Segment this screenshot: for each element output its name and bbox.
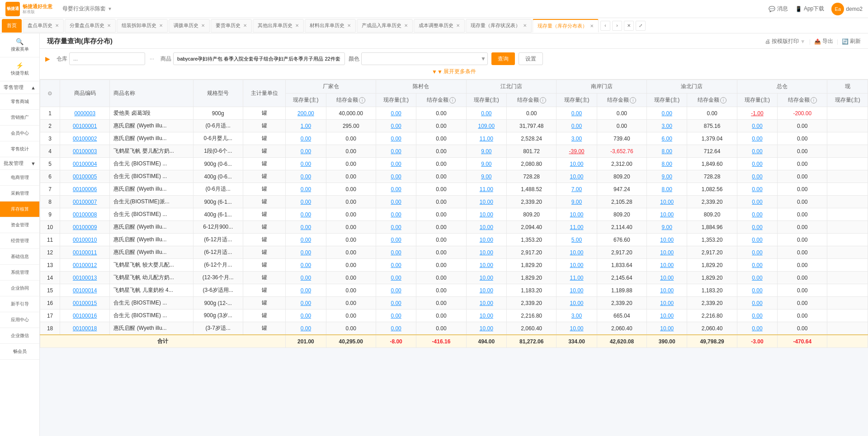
tab-close-icon[interactable]: ✕	[55, 23, 59, 28]
nananc-qty-link[interactable]: 10.00	[570, 211, 584, 218]
chenjian-qty-link[interactable]: 0.00	[391, 148, 401, 155]
code-link[interactable]: 00100011	[73, 249, 97, 256]
jiangbei-qty-link[interactable]: 10.00	[480, 211, 493, 218]
zong-qty-link[interactable]: 0.00	[752, 313, 762, 319]
nananc-qty-link[interactable]: 11.00	[570, 275, 584, 281]
code-link[interactable]: 00100008	[73, 211, 97, 218]
zong-qty-link[interactable]: 0.00	[752, 136, 762, 142]
yubei-qty-link[interactable]: 10.00	[660, 211, 674, 218]
factory-qty-link[interactable]: 0.00	[301, 287, 311, 294]
jiangbei-qty-link[interactable]: 0.00	[481, 110, 491, 117]
sidebar-item-ecommerce[interactable]: 电商管理	[0, 170, 39, 186]
zong-qty-link[interactable]: 0.00	[752, 275, 762, 281]
zong-qty-link[interactable]: 0.00	[752, 173, 762, 180]
tab-transfer[interactable]: 调拨单历史 ✕	[169, 19, 210, 33]
jiangbei-qty-link[interactable]: 10.00	[480, 224, 493, 230]
sidebar-item-basic-info[interactable]: 基础信息	[0, 249, 39, 265]
nananc-qty-link[interactable]: 11.00	[570, 224, 584, 230]
factory-qty-link[interactable]: 0.00	[301, 325, 311, 332]
expand-btn[interactable]: ▼▼ 展开更多条件	[432, 68, 476, 75]
factory-qty-link[interactable]: 0.00	[301, 249, 311, 256]
yubei-qty-link[interactable]: 10.00	[660, 237, 674, 243]
factory-qty-link[interactable]: 200.00	[297, 110, 314, 117]
sidebar-item-business[interactable]: 经营管理	[0, 233, 39, 249]
chenjian-qty-link[interactable]: 0.00	[391, 300, 401, 306]
org-selector[interactable]: 母婴行业演示陈套	[62, 5, 106, 13]
sidebar-item-enterprise[interactable]: 企业协同	[0, 281, 39, 296]
chenjian-qty-link[interactable]: 0.00	[391, 313, 401, 319]
color-dropdown-icon[interactable]: ▼	[481, 56, 486, 62]
tab-close-icon[interactable]: ✕	[456, 23, 460, 28]
sidebar-item-app-center[interactable]: 应用中心	[0, 312, 39, 328]
code-link[interactable]: 00100018	[73, 325, 97, 332]
jiangbei-qty-link[interactable]: 10.00	[480, 262, 493, 268]
nananc-qty-link[interactable]: 10.00	[570, 300, 584, 306]
nananc-qty-link[interactable]: 7.00	[571, 186, 582, 192]
chenjian-qty-link[interactable]: 0.00	[391, 173, 401, 180]
nananc-qty-link[interactable]: -39.00	[569, 148, 585, 155]
tab-cost-adjust[interactable]: 成本调整单历史 ✕	[414, 19, 465, 33]
factory-qty-link[interactable]: 0.00	[301, 262, 311, 268]
jiangbei-qty-link[interactable]: 10.00	[480, 199, 493, 205]
export-btn[interactable]: 📤 导出	[814, 38, 833, 45]
zong-qty-link[interactable]: 0.00	[752, 148, 762, 155]
yubei-qty-link[interactable]: 6.00	[662, 136, 672, 142]
code-link[interactable]: 00100004	[73, 161, 97, 167]
print-dropdown[interactable]: ▼	[800, 38, 806, 45]
info-icon-factory[interactable]: i	[359, 97, 365, 103]
tab-close-all-btn[interactable]: ✕	[624, 21, 634, 31]
goods-input[interactable]	[173, 52, 345, 65]
jiangbei-qty-link[interactable]: 9.00	[481, 148, 491, 155]
code-link[interactable]: 00100009	[73, 224, 97, 230]
sidebar-item-member[interactable]: 会员中心	[0, 126, 39, 141]
zong-qty-link[interactable]: 0.00	[752, 237, 762, 243]
jiangbei-qty-link[interactable]: 11.00	[480, 136, 493, 142]
tab-section-count[interactable]: 分量盘点单历史 ✕	[65, 19, 116, 33]
factory-qty-link[interactable]: 0.00	[301, 313, 311, 319]
tab-material-out[interactable]: 材料出库单历史 ✕	[305, 19, 356, 33]
factory-qty-link[interactable]: 0.00	[301, 237, 311, 243]
info-icon-chenjian[interactable]: i	[449, 97, 456, 103]
sidebar-item-purchase[interactable]: 采购管理	[0, 186, 39, 202]
info-icon-yubei[interactable]: i	[720, 97, 726, 103]
tab-close-icon[interactable]: ✕	[243, 23, 247, 28]
factory-qty-link[interactable]: 0.00	[301, 173, 311, 180]
chenjian-qty-link[interactable]: 0.00	[391, 110, 401, 117]
zong-qty-link[interactable]: 0.00	[752, 249, 762, 256]
factory-qty-link[interactable]: 0.00	[301, 148, 311, 155]
org-dropdown-icon[interactable]: ▼	[108, 6, 112, 11]
factory-qty-link[interactable]: 0.00	[301, 224, 311, 230]
chenjian-qty-link[interactable]: 0.00	[391, 186, 401, 192]
chenjian-qty-link[interactable]: 0.00	[391, 275, 401, 281]
sidebar-item-search[interactable]: 🔍 搜索英单	[0, 33, 39, 57]
code-link[interactable]: 00100016	[73, 313, 97, 319]
tab-other-out[interactable]: 其他出库单历史 ✕	[253, 19, 304, 33]
factory-qty-link[interactable]: 0.00	[301, 161, 311, 167]
print-btn[interactable]: 🖨 按模版打印 ▼	[765, 38, 806, 45]
chenjian-qty-link[interactable]: 0.00	[391, 123, 401, 129]
sidebar-item-retail-mall[interactable]: 零售商城	[0, 94, 39, 110]
zong-qty-link[interactable]: -1.00	[751, 110, 763, 117]
yubei-qty-link[interactable]: 8.00	[662, 161, 672, 167]
tab-assemble[interactable]: 组装拆卸单历史 ✕	[117, 19, 168, 33]
yubei-qty-link[interactable]: 10.00	[660, 325, 674, 332]
tab-close-icon[interactable]: ✕	[590, 23, 594, 28]
tab-home[interactable]: 首页	[2, 19, 22, 33]
factory-qty-link[interactable]: 0.00	[301, 275, 311, 281]
factory-qty-link[interactable]: 1.00	[301, 123, 311, 129]
chenjian-qty-link[interactable]: 0.00	[391, 262, 401, 268]
yubei-qty-link[interactable]: 10.00	[660, 262, 674, 268]
chenjian-qty-link[interactable]: 0.00	[391, 211, 401, 218]
code-link[interactable]: 0000003	[74, 110, 95, 117]
chenjian-qty-link[interactable]: 0.00	[391, 325, 401, 332]
yubei-qty-link[interactable]: 10.00	[660, 249, 674, 256]
sidebar-item-new-guide[interactable]: 新手引导	[0, 296, 39, 312]
nananc-qty-link[interactable]: 5.00	[571, 237, 582, 243]
zong-qty-link[interactable]: 0.00	[752, 161, 762, 167]
tab-close-icon[interactable]: ✕	[159, 23, 163, 28]
jiangbei-qty-link[interactable]: 10.00	[480, 275, 493, 281]
tab-prev-btn[interactable]: ‹	[600, 21, 610, 31]
code-link[interactable]: 00100013	[73, 275, 97, 281]
nananc-qty-link[interactable]: 10.00	[570, 173, 584, 180]
tab-close-icon[interactable]: ✕	[295, 23, 299, 28]
